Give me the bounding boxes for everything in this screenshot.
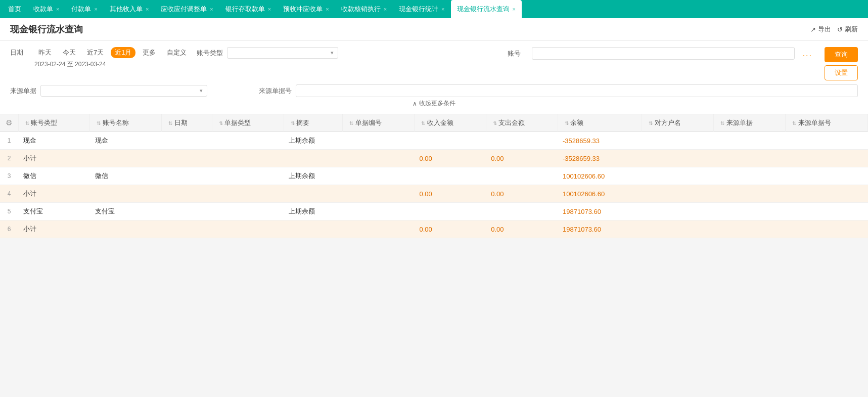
- collapse-bar[interactable]: ∧ 收起更多条件: [10, 97, 858, 108]
- sort-icon: ⇅: [720, 120, 724, 126]
- table-cell: 小计: [18, 150, 90, 167]
- close-icon[interactable]: ×: [326, 6, 329, 12]
- table-cell: [162, 220, 212, 238]
- account-input[interactable]: [532, 47, 794, 60]
- table-cell: [786, 203, 868, 220]
- near1m-btn[interactable]: 近1月: [111, 47, 135, 58]
- table-cell: [642, 185, 714, 203]
- nav-item-bank-flow[interactable]: 现金银行流水查询 ×: [451, 0, 522, 18]
- table-row: 5支付宝支付宝上期余额19871073.60: [0, 203, 868, 220]
- date-range-display: 2023-02-24 至 2023-03-24: [34, 61, 106, 68]
- more-btn[interactable]: 更多: [139, 47, 160, 58]
- refresh-button[interactable]: ↺ 刷新: [837, 25, 858, 34]
- table-cell: [212, 185, 284, 203]
- table-cell: 现金: [18, 132, 90, 150]
- today-btn[interactable]: 今天: [59, 47, 80, 58]
- near7-btn[interactable]: 近7天: [83, 47, 108, 58]
- table-cell: 小计: [18, 220, 90, 238]
- gear-icon[interactable]: ⚙: [6, 118, 12, 127]
- export-button[interactable]: ↗ 导出: [810, 25, 831, 34]
- table-cell: [714, 150, 786, 167]
- row-number-cell: 1: [0, 132, 18, 150]
- table-body: 1现金现金上期余额-3528659.332小计0.000.00-3528659.…: [0, 132, 868, 238]
- table-cell: [90, 185, 162, 203]
- table-cell: 0.00: [486, 220, 558, 238]
- data-table: ⚙ ⇅ 账号类型 ⇅ 账号名称 ⇅ 日期 ⇅ 单据类型: [0, 114, 868, 238]
- sort-icon: ⇅: [168, 120, 172, 126]
- table-cell: [212, 220, 284, 238]
- close-icon[interactable]: ×: [441, 6, 444, 12]
- close-icon[interactable]: ×: [268, 6, 271, 12]
- collapse-up-icon: ∧: [413, 100, 417, 107]
- source-doc-no-input[interactable]: [296, 84, 858, 97]
- table-cell: 上期余额: [284, 167, 343, 185]
- table-row: 6小计0.000.0019871073.60: [0, 220, 868, 238]
- sort-icon: ⇅: [565, 120, 569, 126]
- chevron-down-icon: ▾: [200, 87, 203, 94]
- close-icon[interactable]: ×: [146, 6, 149, 12]
- table-cell: [414, 203, 486, 220]
- table-cell: [212, 167, 284, 185]
- table-cell: [162, 150, 212, 167]
- nav-item-prepay[interactable]: 预收冲应收单 ×: [277, 0, 335, 18]
- table-cell: [414, 132, 486, 150]
- table-cell: [642, 203, 714, 220]
- nav-item-fukudan[interactable]: 付款单 ×: [65, 0, 103, 18]
- nav-item-adjustment[interactable]: 应收应付调整单 ×: [155, 0, 219, 18]
- table-cell: [786, 185, 868, 203]
- row-number-cell: 4: [0, 185, 18, 203]
- nav-home[interactable]: 首页: [2, 0, 27, 18]
- column-summary: ⇅ 摘要: [284, 114, 343, 132]
- nav-item-bank-deposit[interactable]: 银行存取款单 ×: [219, 0, 277, 18]
- table-cell: 支付宝: [18, 203, 90, 220]
- nav-item-collection[interactable]: 收款核销执行 ×: [335, 0, 393, 18]
- close-icon[interactable]: ×: [56, 6, 59, 12]
- filter-area: 日期 昨天 今天 近7天 近1月 更多 自定义 2023-02-24 至 202…: [0, 41, 868, 114]
- column-doc-type: ⇅ 单据类型: [212, 114, 284, 132]
- table-cell: 0.00: [414, 220, 486, 238]
- row-number-cell: 5: [0, 203, 18, 220]
- table-cell: [786, 220, 868, 238]
- column-date: ⇅ 日期: [162, 114, 212, 132]
- source-doc-select[interactable]: ▾: [40, 85, 207, 97]
- table-cell: [343, 185, 415, 203]
- close-icon[interactable]: ×: [513, 6, 516, 12]
- table-cell: 0.00: [486, 185, 558, 203]
- table-cell: [642, 150, 714, 167]
- table-cell: 微信: [90, 167, 162, 185]
- nav-item-other-income[interactable]: 其他收入单 ×: [104, 0, 155, 18]
- table-cell: [212, 132, 284, 150]
- table-cell: [714, 167, 786, 185]
- page-title: 现金银行流水查询: [10, 23, 83, 35]
- account-type-select[interactable]: ▾: [227, 47, 338, 59]
- account-dots-button[interactable]: ...: [803, 49, 812, 58]
- sort-icon: ⇅: [421, 120, 425, 126]
- header-actions: ↗ 导出 ↺ 刷新: [810, 25, 858, 34]
- table-cell: [284, 150, 343, 167]
- custom-btn[interactable]: 自定义: [163, 47, 191, 58]
- table-cell: [714, 132, 786, 150]
- table-cell: 19871073.60: [558, 220, 642, 238]
- close-icon[interactable]: ×: [210, 6, 213, 12]
- column-gear: ⚙: [0, 114, 18, 132]
- yesterday-btn[interactable]: 昨天: [34, 47, 56, 58]
- query-button[interactable]: 查询: [825, 47, 858, 62]
- top-navigation: 首页 收款单 × 付款单 × 其他收入单 × 应收应付调整单 × 银行存取款单 …: [0, 0, 868, 18]
- sort-icon: ⇅: [792, 120, 796, 126]
- table-cell: [642, 220, 714, 238]
- close-icon[interactable]: ×: [384, 6, 387, 12]
- settings-button[interactable]: 设置: [825, 65, 858, 80]
- table-cell: [642, 132, 714, 150]
- nav-item-shoudan[interactable]: 收款单 ×: [27, 0, 65, 18]
- table-cell: [786, 132, 868, 150]
- sort-icon: ⇅: [97, 120, 101, 126]
- table-cell: [714, 185, 786, 203]
- table-cell: [90, 220, 162, 238]
- table-cell: [486, 132, 558, 150]
- sort-icon: ⇅: [493, 120, 497, 126]
- table-cell: [343, 167, 415, 185]
- account-type-label: 账号类型: [197, 49, 223, 58]
- nav-item-bank-stats[interactable]: 现金银行统计 ×: [393, 0, 450, 18]
- close-icon[interactable]: ×: [94, 6, 97, 12]
- table-row: 3微信微信上期余额100102606.60: [0, 167, 868, 185]
